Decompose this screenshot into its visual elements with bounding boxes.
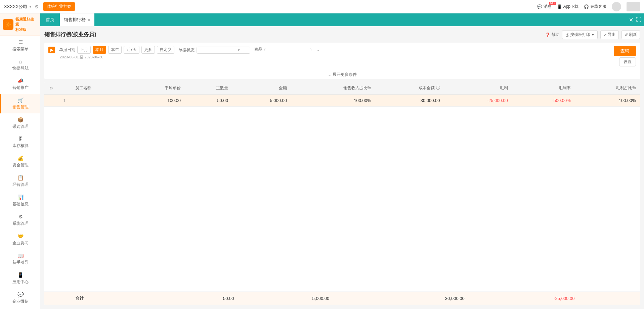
- footer-qty-cell: 50.00: [166, 292, 238, 305]
- sidebar-item-enterprise[interactable]: 🤝 企业协同: [0, 230, 40, 249]
- col-profit: 毛利: [444, 82, 512, 95]
- trial-btn[interactable]: 体验行业方案: [43, 2, 75, 11]
- settings-gear-icon[interactable]: ⚙: [35, 4, 39, 9]
- sidebar-item-nav-label: 快捷导航: [12, 65, 29, 71]
- company-name: XXXXX公司: [4, 4, 27, 10]
- row-name-cell: [71, 95, 128, 107]
- date-btn-more[interactable]: 更多: [141, 46, 155, 54]
- date-btn-current-month[interactable]: 本月: [93, 46, 106, 54]
- page-header: 销售排行榜(按业务员) ❓ 帮助 🖨 按模板打印 ▼ ↗ 导出: [44, 30, 640, 39]
- date-btn-prev-month[interactable]: 上月: [77, 46, 91, 54]
- date-btn-7days[interactable]: 近7天: [124, 46, 139, 54]
- system-icon: ⚙: [18, 214, 23, 220]
- sidebar-item-wechat-label: 企业微信: [12, 299, 29, 304]
- sidebar-item-operations[interactable]: 📋 经营管理: [0, 171, 40, 191]
- filter-arrow-btn[interactable]: ▶: [48, 47, 55, 53]
- goods-filter-label: 商品: [254, 47, 262, 52]
- expand-label: 展开更多条件: [333, 72, 357, 78]
- app-download-btn[interactable]: 📱 App下载: [557, 4, 578, 9]
- status-select[interactable]: ▼: [197, 47, 250, 54]
- sidebar-item-search-label: 搜索菜单: [12, 46, 29, 52]
- sidebar-item-apps-label: 应用中心: [12, 279, 29, 285]
- cart-icon: 🛒: [17, 97, 24, 103]
- page-title: 销售排行榜(按业务员): [44, 31, 96, 38]
- sidebar-item-inventory[interactable]: 🗄 库存核算: [0, 133, 40, 152]
- tab-close-window-icon[interactable]: ✕: [629, 17, 633, 23]
- tab-bar-right: ✕ ⛶: [629, 17, 644, 23]
- row-rank-cell: 1: [58, 95, 71, 107]
- sidebar-item-operations-label: 经营管理: [12, 182, 29, 188]
- row-gear-cell: [44, 95, 58, 107]
- row-profit-cell: -25,000.00: [444, 95, 512, 107]
- sidebar-item-guide-label: 新手引导: [12, 260, 29, 265]
- help-btn[interactable]: ❓ 帮助: [545, 32, 559, 38]
- date-btn-year[interactable]: 本年: [108, 46, 122, 54]
- avatar[interactable]: [612, 2, 621, 11]
- sidebar-item-nav[interactable]: ⌂ 快捷导航: [0, 55, 40, 74]
- tab-fullscreen-icon[interactable]: ⛶: [636, 17, 641, 23]
- table-gear-icon[interactable]: ⚙: [49, 86, 53, 91]
- sidebar-item-member[interactable]: V 畅会员: [0, 308, 40, 309]
- refresh-btn[interactable]: ↺ 刷新: [621, 30, 640, 39]
- sidebar-item-guide[interactable]: 📖 新手引导: [0, 249, 40, 269]
- filter-buttons: 查询 设置: [614, 46, 636, 66]
- book-icon: 📖: [17, 253, 24, 259]
- col-cost: 成本全额 ⓘ: [375, 82, 444, 95]
- tab-home[interactable]: 首页: [40, 13, 60, 26]
- sidebar-item-enterprise-label: 企业协同: [12, 240, 29, 246]
- sidebar-item-basic-info-label: 基础信息: [12, 201, 29, 207]
- sidebar-item-purchase[interactable]: 📦 采购管理: [0, 113, 40, 133]
- sidebar-item-wechat[interactable]: 💬 企业微信: [0, 288, 40, 308]
- export-icon: ↗: [603, 33, 607, 37]
- tab-home-label: 首页: [46, 17, 54, 23]
- footer-amount-cell: 5,000.00: [238, 292, 333, 305]
- box-icon: 📦: [17, 117, 24, 123]
- sidebar-item-purchase-label: 采购管理: [12, 124, 29, 130]
- filter-area: ▶ 单据日期 上月 本月 本年 近7天 更多 自定义 2023-06-01 至 …: [44, 43, 640, 79]
- query-btn[interactable]: 查询: [614, 46, 636, 56]
- table-row: 1 100.00 50.00 5,000.00 100.00% 30,000.0…: [44, 95, 640, 107]
- row-amount-cell: 5,000.00: [232, 95, 291, 107]
- setting-btn[interactable]: 设置: [619, 57, 636, 66]
- date-range-display: 2023-06-01 至 2023-06-30: [59, 55, 174, 60]
- company-selector[interactable]: XXXXX公司 ▼: [4, 4, 32, 10]
- chevron-down-icon: ▼: [29, 5, 32, 8]
- col-sales-pct: 销售收入占比%: [291, 82, 375, 95]
- footer-cost-cell: 30,000.00: [364, 292, 468, 305]
- phone-icon: 📱: [557, 4, 562, 9]
- home-icon: ⌂: [19, 59, 22, 64]
- table-header: ⚙ 员工名称 平均单价 主数量 全额 销售收入占比% 成本全额 ⓘ 毛利: [44, 82, 640, 95]
- goods-input[interactable]: [264, 48, 311, 51]
- sidebar-item-search[interactable]: ☰ 搜索菜单: [0, 36, 40, 55]
- data-table: ⚙ 员工名称 平均单价 主数量 全额 销售收入占比% 成本全额 ⓘ 毛利: [44, 82, 640, 107]
- tab-close-icon[interactable]: ×: [88, 17, 90, 22]
- sidebar-item-sales[interactable]: 🛒 销售管理: [0, 94, 40, 113]
- row-qty-cell: 50.00: [185, 95, 232, 107]
- col-amount: 全额: [232, 82, 291, 95]
- handshake-icon: 🤝: [17, 233, 24, 239]
- tab-sales-ranking[interactable]: 销售排行榜 ×: [60, 13, 94, 26]
- status-filter-label: 单据状态: [178, 47, 195, 53]
- online-service-btn[interactable]: 🎧 在线客服: [584, 4, 606, 9]
- export-btn[interactable]: ↗ 导出: [600, 30, 619, 39]
- sidebar-item-system[interactable]: ⚙ 系统管理: [0, 210, 40, 230]
- sidebar-item-inventory-label: 库存核算: [12, 143, 29, 149]
- row-sales-pct-cell: 100.00%: [291, 95, 375, 107]
- col-qty: 主数量: [185, 82, 232, 95]
- more-filter-btn[interactable]: ...: [315, 47, 319, 52]
- sidebar-item-finance[interactable]: 💰 资金管理: [0, 152, 40, 171]
- expand-more-btn[interactable]: ⌄ 展开更多条件: [48, 70, 636, 79]
- sidebar-item-finance-label: 资金管理: [12, 162, 29, 168]
- logo-icon: 🔆: [3, 19, 13, 30]
- col-gear[interactable]: ⚙: [44, 82, 58, 95]
- sidebar-item-apps[interactable]: 📱 应用中心: [0, 269, 40, 288]
- top-bar-right: 💬 消息 99+ 📱 App下载 🎧 在线客服: [537, 2, 640, 11]
- sidebar-item-marketing[interactable]: 📣 营销推广: [0, 74, 40, 94]
- message-btn[interactable]: 💬 消息 99+: [537, 4, 552, 9]
- table-container: ⚙ 员工名称 平均单价 主数量 全额 销售收入占比% 成本全额 ⓘ 毛利: [44, 82, 640, 305]
- print-btn[interactable]: 🖨 按模板打印 ▼: [562, 30, 598, 39]
- sidebar-item-basic-info[interactable]: 📊 基础信息: [0, 191, 40, 210]
- logo-text: 畅康通好生意 标准版: [15, 17, 37, 32]
- headset-icon: 🎧: [584, 4, 589, 9]
- date-btn-custom[interactable]: 自定义: [157, 46, 174, 54]
